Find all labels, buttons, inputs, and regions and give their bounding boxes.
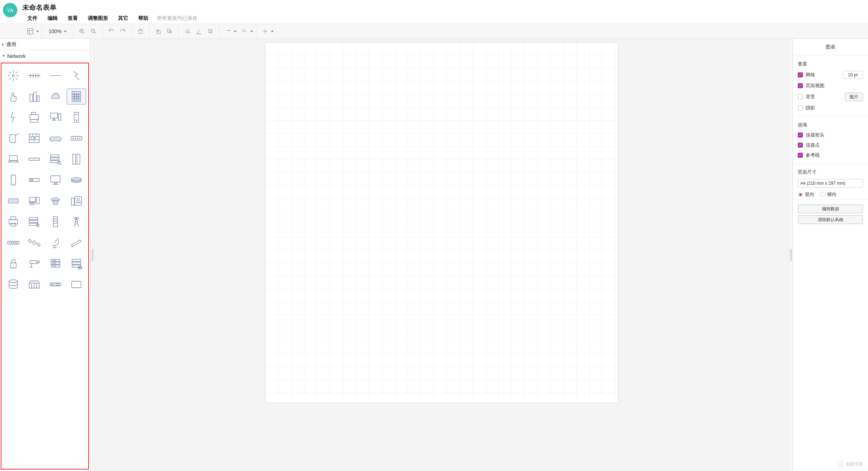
bolt-icon[interactable] bbox=[4, 109, 23, 125]
watermark: ✕ 创新互联 bbox=[837, 461, 863, 467]
lightning-icon[interactable] bbox=[67, 68, 86, 84]
city-buildings-icon[interactable] bbox=[24, 89, 44, 104]
touch-hand-icon[interactable] bbox=[4, 89, 23, 104]
clear-style-button[interactable]: 清除默认风格 bbox=[798, 215, 863, 224]
edit-data-button[interactable]: 编辑数据 bbox=[798, 205, 863, 213]
watermark-logo-icon: ✕ bbox=[837, 461, 844, 467]
router-flat-icon[interactable] bbox=[67, 172, 86, 188]
image-button[interactable]: 图片 bbox=[845, 93, 863, 101]
copier-icon[interactable] bbox=[24, 109, 44, 125]
smartphone-icon[interactable] bbox=[4, 172, 23, 188]
guides-checkbox[interactable]: 参考线 bbox=[798, 152, 820, 158]
office-building-icon[interactable] bbox=[67, 89, 86, 104]
laptop-icon[interactable] bbox=[4, 151, 23, 167]
radio-tower-icon[interactable] bbox=[67, 214, 86, 230]
orientation-landscape[interactable]: 横向 bbox=[820, 191, 837, 198]
category-general[interactable]: 通用 bbox=[0, 39, 90, 50]
svg-rect-99 bbox=[75, 197, 81, 205]
desktop-pc-icon[interactable] bbox=[46, 109, 65, 125]
svg-rect-60 bbox=[10, 135, 15, 143]
connector-straight-icon[interactable] bbox=[222, 26, 234, 37]
server-vertical-icon[interactable] bbox=[67, 151, 86, 167]
bring-front-icon[interactable] bbox=[152, 26, 164, 37]
external-drive-icon[interactable] bbox=[4, 130, 23, 146]
delete-icon[interactable] bbox=[135, 26, 146, 37]
canvas-page[interactable] bbox=[265, 42, 618, 403]
svg-rect-77 bbox=[50, 158, 59, 160]
splitter-right[interactable] bbox=[789, 39, 792, 471]
server-stack-alert-icon[interactable] bbox=[24, 214, 44, 230]
blank-panel-icon[interactable] bbox=[67, 277, 86, 292]
conn-points-checkbox[interactable]: 连接点 bbox=[798, 142, 820, 148]
game-controller-icon[interactable] bbox=[46, 130, 65, 146]
patch-panel-icon[interactable] bbox=[4, 235, 23, 251]
shadow-icon[interactable] bbox=[205, 26, 216, 37]
monitor-icon[interactable] bbox=[46, 172, 65, 188]
conn-elbow-caret-icon[interactable] bbox=[250, 31, 253, 32]
background-checkbox[interactable]: 背景 bbox=[798, 94, 815, 100]
shadow-checkbox[interactable]: 阴影 bbox=[798, 105, 815, 111]
satellite-icon[interactable] bbox=[24, 235, 44, 251]
splitter-left[interactable] bbox=[91, 39, 94, 471]
menu-shape[interactable]: 调整图形 bbox=[83, 14, 113, 23]
tower-pc-icon[interactable] bbox=[67, 109, 86, 125]
database-cylinder-icon[interactable] bbox=[4, 277, 23, 292]
svg-marker-74 bbox=[8, 161, 18, 162]
zoom-in-icon[interactable] bbox=[76, 26, 88, 37]
rack-1u-icon[interactable] bbox=[46, 277, 65, 292]
svg-point-25 bbox=[12, 75, 14, 77]
thin-switch-icon[interactable] bbox=[24, 151, 44, 167]
line-color-icon[interactable] bbox=[193, 26, 205, 37]
zoom-select[interactable]: 100% bbox=[45, 28, 70, 34]
workstation-icon[interactable] bbox=[24, 193, 44, 209]
conn-arrows-checkbox[interactable]: 连接箭头 bbox=[798, 132, 824, 138]
svg-point-59 bbox=[76, 120, 77, 121]
connector-elbow-icon[interactable] bbox=[239, 26, 250, 37]
conn-straight-caret-icon[interactable] bbox=[234, 31, 237, 32]
redo-icon[interactable] bbox=[117, 26, 129, 37]
rack-tower-icon[interactable] bbox=[46, 214, 65, 230]
firewall-icon[interactable] bbox=[24, 130, 44, 146]
printer-icon[interactable] bbox=[4, 214, 23, 230]
server-db-icon[interactable] bbox=[67, 256, 86, 272]
hub-device-icon[interactable] bbox=[24, 277, 44, 292]
menu-other[interactable]: 其它 bbox=[113, 14, 133, 23]
server-lines-icon[interactable] bbox=[46, 256, 65, 272]
sun-burst-icon[interactable] bbox=[4, 68, 23, 84]
send-back-icon[interactable] bbox=[164, 26, 175, 37]
fill-color-icon[interactable] bbox=[182, 26, 193, 37]
svg-line-4 bbox=[83, 32, 84, 34]
menu-file[interactable]: 文件 bbox=[22, 14, 42, 23]
undo-icon[interactable] bbox=[106, 26, 117, 37]
orientation-portrait[interactable]: 竖向 bbox=[798, 191, 814, 198]
pagesize-select[interactable]: A4 (210 mm x 297 mm) bbox=[798, 179, 863, 188]
satellite-dish-icon[interactable] bbox=[46, 235, 65, 251]
menu-help[interactable]: 帮助 bbox=[133, 14, 153, 23]
straight-line-icon[interactable] bbox=[46, 68, 65, 84]
scanner-icon[interactable] bbox=[67, 235, 86, 251]
menu-edit[interactable]: 编辑 bbox=[42, 14, 63, 23]
zoom-out-icon[interactable] bbox=[88, 26, 99, 37]
cloud-icon[interactable] bbox=[46, 89, 65, 104]
layout-caret-icon[interactable] bbox=[36, 31, 39, 32]
telephone-icon[interactable] bbox=[46, 193, 65, 209]
add-icon[interactable] bbox=[259, 26, 271, 37]
flat-box-icon[interactable] bbox=[4, 193, 23, 209]
grid-size-input[interactable]: 10 pt bbox=[843, 71, 863, 79]
pageview-checkbox[interactable]: 页面视图 bbox=[798, 82, 824, 89]
canvas[interactable] bbox=[94, 39, 789, 471]
tool-layout-icon[interactable] bbox=[24, 26, 36, 37]
category-network[interactable]: Network bbox=[0, 50, 90, 62]
grid-checkbox[interactable]: 网格 bbox=[798, 72, 815, 78]
bus-line-icon[interactable] bbox=[24, 68, 44, 84]
document-title[interactable]: 未命名表单 bbox=[22, 1, 865, 13]
fax-machine-icon[interactable] bbox=[67, 193, 86, 209]
avatar[interactable]: YA bbox=[3, 3, 17, 17]
server-stack-search-icon[interactable] bbox=[46, 151, 65, 167]
cctv-camera-icon[interactable] bbox=[24, 256, 44, 272]
switch-unit-icon[interactable] bbox=[67, 130, 86, 146]
menu-view[interactable]: 查看 bbox=[63, 14, 83, 23]
add-caret-icon[interactable] bbox=[271, 31, 274, 32]
flat-device-icon[interactable] bbox=[24, 172, 44, 188]
padlock-icon[interactable] bbox=[4, 256, 23, 272]
